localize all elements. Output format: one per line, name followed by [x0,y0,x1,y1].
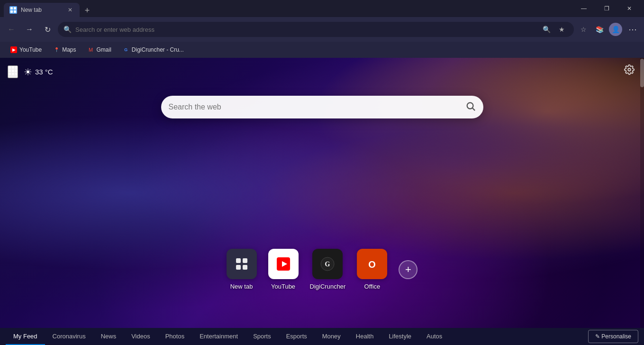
weather-icon: ☀ [24,66,32,78]
bookmark-maps-label: Maps [62,46,76,53]
newtab-icon [227,249,257,279]
news-tab-autos[interactable]: Autos [419,328,450,345]
svg-text:G: G [325,261,330,268]
tab-favicon [9,6,17,14]
news-tab-news[interactable]: News [93,328,124,345]
svg-rect-2 [10,10,13,13]
svg-rect-3 [14,10,16,13]
bookmark-digicruncher-label: DigiCruncher - Cru... [132,46,184,53]
top-left-controls: ☀ 33 °C [8,65,53,78]
weather-temp: 33 °C [35,68,53,76]
tab-title: New tab [21,7,63,13]
address-input[interactable] [75,26,536,33]
svg-line-15 [472,108,475,110]
quick-links: New tab YouTube G DigiCruncher [227,249,418,290]
svg-rect-19 [243,265,247,270]
weather-widget: ☀ 33 °C [24,66,53,78]
news-tab-sports[interactable]: Sports [245,328,279,345]
digicruncher-icon: G [313,249,343,279]
close-button[interactable]: ✕ [618,0,640,17]
svg-rect-18 [236,265,241,270]
bookmark-gmail-label: Gmail [97,46,111,53]
maximize-button[interactable]: ❐ [596,0,617,17]
svg-point-14 [467,102,473,109]
news-tab-esports[interactable]: Esports [279,328,315,345]
search-container [161,96,483,118]
favorites-add-button[interactable]: ★ [555,23,568,36]
collections-button[interactable]: 📚 [593,23,606,36]
address-bar-row: ← → ↻ 🔍 🔍 ★ ☆ 📚 👤 ⋯ [0,17,644,42]
apps-grid-button[interactable] [8,65,18,78]
bookmark-maps[interactable]: 📍 Maps [48,45,81,55]
bookmark-youtube[interactable]: ▶ YouTube [6,45,46,55]
address-input-container[interactable]: 🔍 🔍 ★ [58,22,574,37]
favorites-button[interactable]: ☆ [577,23,590,36]
quick-link-digicruncher[interactable]: G DigiCruncher [310,249,346,290]
menu-button[interactable]: ⋯ [625,22,640,37]
search-box [161,96,483,118]
gmail-favicon: M [88,46,94,53]
forward-button[interactable]: → [22,22,37,37]
svg-rect-12 [15,73,17,75]
tab-group: New tab ✕ + [4,0,94,17]
maps-favicon: 📍 [53,46,60,53]
quick-link-youtube[interactable]: YouTube [268,249,299,290]
quick-link-newtab[interactable]: New tab [227,249,257,290]
svg-rect-16 [236,258,241,263]
title-bar: New tab ✕ + — ❐ ✕ [0,0,644,17]
zoom-button[interactable]: 🔍 [540,23,553,36]
svg-rect-4 [9,66,11,69]
profile-button[interactable]: 👤 [609,23,622,36]
new-tab-button[interactable]: + [81,4,94,17]
search-input[interactable] [169,103,460,111]
refresh-button[interactable]: ↻ [40,22,55,37]
svg-rect-6 [15,66,17,69]
news-tab-entertainment[interactable]: Entertainment [192,328,245,345]
svg-point-13 [628,68,631,71]
main-content: ☀ 33 °C [0,58,644,328]
office-label: Office [364,283,381,290]
quick-link-office[interactable]: O Office [357,249,387,290]
search-submit-button[interactable] [465,101,476,114]
digicruncher-favicon: G [123,46,129,53]
svg-rect-17 [243,258,247,263]
scrollbar-track[interactable] [640,58,644,328]
news-tab-myfeed[interactable]: My Feed [6,328,45,345]
svg-rect-0 [10,7,13,9]
bookmark-gmail[interactable]: M Gmail [83,45,116,55]
minimize-button[interactable]: — [573,0,595,17]
news-tab-health[interactable]: Health [348,328,381,345]
digicruncher-label: DigiCruncher [310,283,346,290]
back-button[interactable]: ← [4,22,19,37]
svg-rect-9 [15,70,17,72]
scrollbar-thumb[interactable] [640,59,644,87]
youtube-favicon: ▶ [10,46,17,53]
office-icon: O [357,249,387,279]
bookmark-digicruncher[interactable]: G DigiCruncher - Cru... [118,45,189,55]
newtab-label: New tab [230,283,253,290]
youtube-label: YouTube [271,283,295,290]
svg-rect-7 [9,70,11,72]
news-tab-photos[interactable]: Photos [158,328,192,345]
window-controls: — ❐ ✕ [573,0,640,17]
tab-close-button[interactable]: ✕ [66,6,74,14]
address-search-icon: 🔍 [63,26,72,33]
svg-rect-1 [14,7,16,9]
svg-text:O: O [369,259,376,270]
svg-rect-8 [12,70,14,72]
bottom-bar: My Feed Coronavirus News Videos Photos E… [0,328,644,345]
bookmark-youtube-label: YouTube [19,46,42,53]
news-tab-lifestyle[interactable]: Lifestyle [381,328,419,345]
personalise-button[interactable]: ✎ Personalise [588,330,638,343]
svg-rect-11 [12,73,14,75]
youtube-icon [268,249,299,279]
svg-rect-10 [9,73,11,75]
svg-rect-5 [12,66,14,69]
address-right-icons: 🔍 ★ [540,23,568,36]
active-tab[interactable]: New tab ✕ [4,3,80,17]
news-tab-coronavirus[interactable]: Coronavirus [45,328,93,345]
settings-button[interactable] [624,64,635,77]
news-tab-money[interactable]: Money [315,328,348,345]
add-site-button[interactable]: + [399,260,417,279]
news-tab-videos[interactable]: Videos [124,328,158,345]
